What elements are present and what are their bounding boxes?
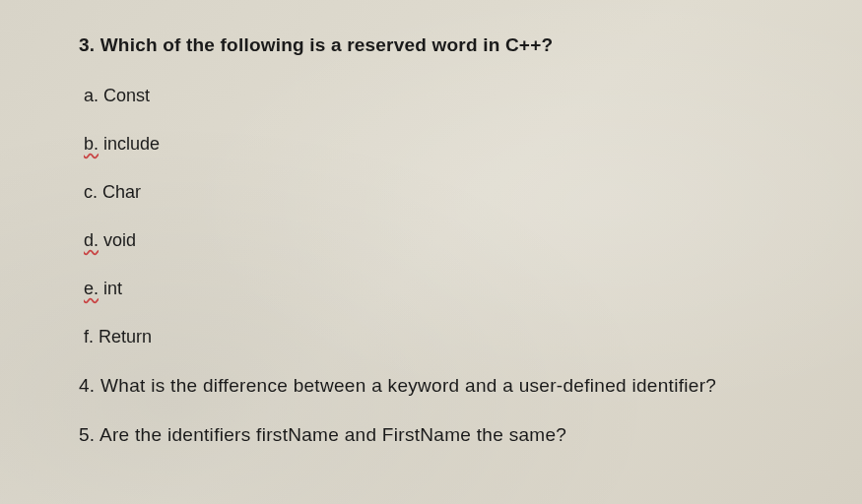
option-label: a. <box>84 86 99 105</box>
option-label: b. <box>84 134 99 154</box>
question-4: 4. What is the difference between a keyw… <box>79 375 803 397</box>
question-number: 3. <box>79 34 95 55</box>
question-text: Which of the following is a reserved wor… <box>100 34 554 55</box>
option-text: Char <box>102 182 141 202</box>
option-text: void <box>103 230 136 250</box>
option-text: include <box>103 134 160 154</box>
question-number: 5. <box>79 424 95 445</box>
option-c: c. Char <box>84 182 803 203</box>
question-3: 3. Which of the following is a reserved … <box>79 34 803 56</box>
option-d: d. void <box>84 230 803 251</box>
document-content: 3. Which of the following is a reserved … <box>79 34 803 446</box>
option-label: c. <box>84 182 98 202</box>
option-b: b. include <box>84 134 803 155</box>
question-5: 5. Are the identifiers firstName and Fir… <box>79 424 803 446</box>
question-text: What is the difference between a keyword… <box>100 375 716 396</box>
option-text: Const <box>103 86 150 105</box>
option-f: f. Return <box>84 327 803 347</box>
question-number: 4. <box>79 375 95 396</box>
option-text: int <box>103 279 122 298</box>
option-a: a. Const <box>84 86 803 106</box>
option-text: Return <box>99 327 152 346</box>
option-label: d. <box>84 230 99 250</box>
option-e: e. int <box>84 279 803 299</box>
question-text: Are the identifiers firstName and FirstN… <box>99 424 566 445</box>
option-label: f. <box>84 327 94 346</box>
option-label: e. <box>84 279 99 298</box>
